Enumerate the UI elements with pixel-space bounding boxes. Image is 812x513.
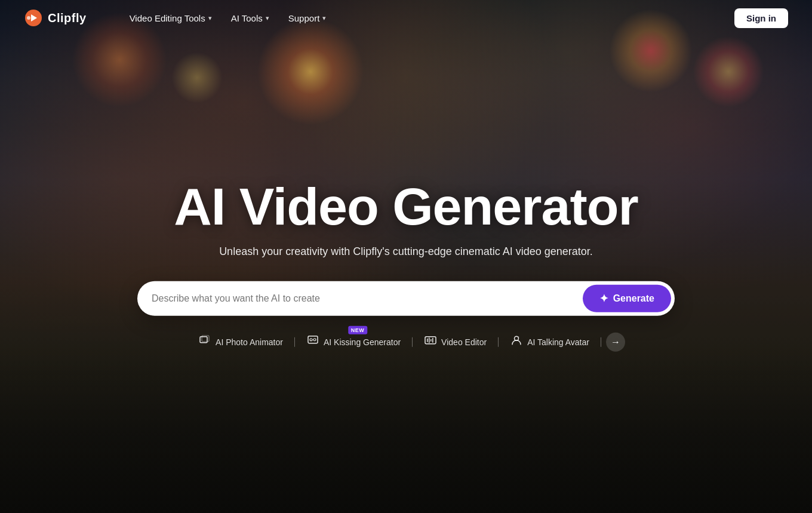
nav-ai-tools-label: AI Tools [231,13,263,23]
ai-talking-avatar-label: AI Talking Avatar [527,337,589,347]
nav-links: Video Editing Tools ▾ AI Tools ▾ Support… [122,10,734,27]
hero-subtitle: Unleash your creativity with Clipfly's c… [137,244,675,260]
nav-right: Sign in [734,8,788,28]
navbar: Clipfly Video Editing Tools ▾ AI Tools ▾… [0,0,812,36]
svg-point-1 [27,16,30,20]
quick-link-ai-kissing-generator[interactable]: NEW AI Kissing Generator [295,334,413,349]
chevron-down-icon: ▾ [266,14,269,22]
chevron-down-icon: ▾ [322,14,326,22]
svg-point-5 [310,339,312,341]
ai-photo-animator-label: AI Photo Animator [216,337,283,347]
logo[interactable]: Clipfly [24,8,87,27]
svg-rect-10 [430,339,432,342]
more-tools-button[interactable]: → [606,333,625,352]
logo-icon [24,8,43,27]
kissing-icon [307,334,319,349]
hero-content: AI Video Generator Unleash your creativi… [137,179,675,351]
search-bar: ✦ Generate [137,281,675,316]
chevron-down-icon: ▾ [208,14,212,22]
svg-point-6 [313,339,316,341]
generate-button[interactable]: ✦ Generate [583,285,671,312]
hero-title: AI Video Generator [137,179,675,234]
svg-rect-11 [432,338,433,343]
photo-anim-icon [199,334,211,349]
svg-rect-9 [429,338,430,343]
nav-support-label: Support [288,13,320,23]
quick-link-ai-photo-animator[interactable]: AI Photo Animator [187,334,295,349]
generate-label: Generate [613,293,654,304]
nav-ai-tools[interactable]: AI Tools ▾ [224,10,276,27]
ai-kissing-generator-label: AI Kissing Generator [324,337,401,347]
quick-links: AI Photo Animator NEW AI Kissing Generat… [137,333,675,352]
video-editor-icon [425,334,436,349]
svg-rect-8 [427,339,428,342]
quick-link-video-editor[interactable]: Video Editor [413,334,499,349]
quick-link-ai-talking-avatar[interactable]: AI Talking Avatar [499,334,601,349]
sparkle-icon: ✦ [599,292,608,305]
video-editor-label: Video Editor [441,337,487,347]
nav-support[interactable]: Support ▾ [281,10,334,27]
arrow-right-icon: → [611,337,620,348]
sign-in-button[interactable]: Sign in [734,8,788,28]
nav-video-editing-label: Video Editing Tools [130,13,205,23]
firework-5 [167,48,227,107]
brand-name: Clipfly [48,11,87,25]
firework-3 [693,36,764,107]
nav-video-editing-tools[interactable]: Video Editing Tools ▾ [122,10,219,27]
search-input[interactable] [152,287,583,310]
landscape-overlay [0,346,812,513]
avatar-icon [510,334,522,349]
new-badge: NEW [348,326,368,334]
